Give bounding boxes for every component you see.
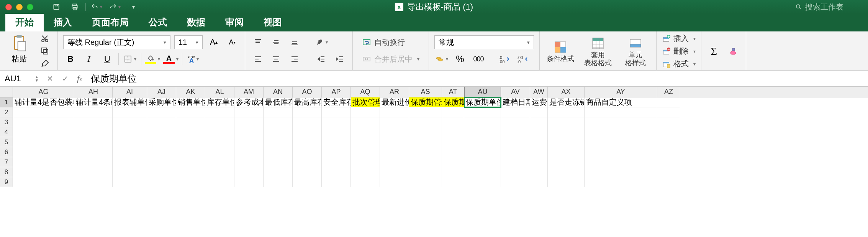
cell-AM5[interactable] — [234, 137, 264, 147]
cell-AP3[interactable] — [322, 117, 351, 127]
cell-AR2[interactable] — [380, 107, 409, 117]
cell-AU5[interactable] — [464, 137, 501, 147]
cell-AT6[interactable] — [442, 147, 464, 157]
row-header-3[interactable]: 3 — [0, 117, 13, 127]
row-header-9[interactable]: 9 — [0, 177, 13, 187]
column-header-AW[interactable]: AW — [530, 87, 548, 97]
format-cells-button[interactable]: 格式 — [662, 59, 696, 69]
decrease-indent-button[interactable] — [314, 53, 329, 66]
fill-color-button[interactable] — [145, 53, 160, 66]
fx-icon[interactable]: fx — [73, 74, 86, 84]
cell-AT1[interactable]: 保质期 — [442, 97, 464, 107]
cell-AJ6[interactable] — [147, 147, 176, 157]
name-box[interactable]: AU1 ▲▼ — [0, 71, 42, 86]
cell-AR1[interactable]: 最新进价 — [380, 97, 409, 107]
column-header-AK[interactable]: AK — [176, 87, 205, 97]
cell-AZ6[interactable] — [657, 147, 680, 157]
number-format-combo[interactable]: 常规▾ — [434, 35, 534, 49]
cell-AP8[interactable] — [322, 167, 351, 177]
cell-AN5[interactable] — [264, 137, 293, 147]
cell-AS7[interactable] — [409, 157, 442, 167]
cell-AX5[interactable] — [548, 137, 585, 147]
cell-AQ6[interactable] — [351, 147, 380, 157]
column-header-AI[interactable]: AI — [113, 87, 147, 97]
cell-AZ4[interactable] — [657, 127, 680, 137]
cell-AQ3[interactable] — [351, 117, 380, 127]
cell-AQ4[interactable] — [351, 127, 380, 137]
cell-AU8[interactable] — [464, 167, 501, 177]
cell-AO2[interactable] — [293, 107, 322, 117]
cell-AX1[interactable]: 是否走冻链 — [548, 97, 585, 107]
cell-AU1[interactable]: 保质期单位 — [464, 97, 501, 107]
cell-AV7[interactable] — [501, 157, 530, 167]
cell-AN9[interactable] — [264, 177, 293, 187]
cell-AM4[interactable] — [234, 127, 264, 137]
font-size-combo[interactable]: 11▾ — [174, 35, 203, 49]
cell-AG7[interactable] — [13, 157, 74, 167]
autosum-button[interactable]: Σ — [707, 45, 721, 58]
cell-AI8[interactable] — [113, 167, 147, 177]
cell-AG6[interactable] — [13, 147, 74, 157]
select-all-corner[interactable] — [0, 87, 13, 97]
cell-AM1[interactable]: 参考成本 — [234, 97, 264, 107]
cell-AL3[interactable] — [205, 117, 234, 127]
cell-AV1[interactable]: 建档日期 — [501, 97, 530, 107]
cell-AS6[interactable] — [409, 147, 442, 157]
save-icon[interactable] — [49, 1, 64, 13]
cell-AK4[interactable] — [176, 127, 205, 137]
column-header-AG[interactable]: AG — [13, 87, 74, 97]
cell-AG4[interactable] — [13, 127, 74, 137]
cell-AN3[interactable] — [264, 117, 293, 127]
cell-AX9[interactable] — [548, 177, 585, 187]
cell-AW1[interactable]: 运费 — [530, 97, 548, 107]
cell-AY1[interactable]: 商品自定义项 — [585, 97, 657, 107]
cell-AZ3[interactable] — [657, 117, 680, 127]
close-window-button[interactable] — [5, 4, 12, 10]
cell-AL2[interactable] — [205, 107, 234, 117]
font-name-combo[interactable]: 等线 Regular (正文)▾ — [63, 35, 170, 49]
cell-AT4[interactable] — [442, 127, 464, 137]
decrease-font-button[interactable]: A▾ — [225, 36, 239, 49]
format-as-table-button[interactable]: 套用 表格格式 — [583, 36, 613, 67]
cell-AK6[interactable] — [176, 147, 205, 157]
cell-AK5[interactable] — [176, 137, 205, 147]
cell-AU6[interactable] — [464, 147, 501, 157]
cell-AI7[interactable] — [113, 157, 147, 167]
row-header-5[interactable]: 5 — [0, 137, 13, 147]
paste-button[interactable]: 粘贴 — [5, 34, 33, 64]
cell-AL1[interactable]: 库存单位 — [205, 97, 234, 107]
cell-AS2[interactable] — [409, 107, 442, 117]
cell-AM7[interactable] — [234, 157, 264, 167]
qat-customize-button[interactable]: ▾ — [126, 1, 141, 13]
cell-AL8[interactable] — [205, 167, 234, 177]
cell-AH1[interactable]: 辅计量4条码 — [74, 97, 113, 107]
border-button[interactable] — [123, 53, 137, 66]
cell-AO7[interactable] — [293, 157, 322, 167]
cell-AQ7[interactable] — [351, 157, 380, 167]
column-header-AV[interactable]: AV — [501, 87, 530, 97]
cell-AJ8[interactable] — [147, 167, 176, 177]
cell-AP7[interactable] — [322, 157, 351, 167]
column-header-AQ[interactable]: AQ — [351, 87, 380, 97]
column-header-AL[interactable]: AL — [205, 87, 234, 97]
column-header-AH[interactable]: AH — [74, 87, 113, 97]
cell-AX2[interactable] — [548, 107, 585, 117]
cell-AJ4[interactable] — [147, 127, 176, 137]
cell-AI9[interactable] — [113, 177, 147, 187]
cell-AO5[interactable] — [293, 137, 322, 147]
cell-AW5[interactable] — [530, 137, 548, 147]
tab-数据[interactable]: 数据 — [177, 12, 215, 31]
cell-AL7[interactable] — [205, 157, 234, 167]
cell-AM8[interactable] — [234, 167, 264, 177]
cell-AN8[interactable] — [264, 167, 293, 177]
cell-AK8[interactable] — [176, 167, 205, 177]
clear-button[interactable] — [726, 45, 740, 58]
cell-AH2[interactable] — [74, 107, 113, 117]
cell-AS1[interactable]: 保质期管理 — [409, 97, 442, 107]
cell-AG1[interactable]: 辅计量4是否包装单位 — [13, 97, 74, 107]
print-icon[interactable] — [67, 1, 82, 13]
cell-AH5[interactable] — [74, 137, 113, 147]
column-header-AT[interactable]: AT — [442, 87, 464, 97]
cell-AZ1[interactable] — [657, 97, 680, 107]
row-header-2[interactable]: 2 — [0, 107, 13, 117]
